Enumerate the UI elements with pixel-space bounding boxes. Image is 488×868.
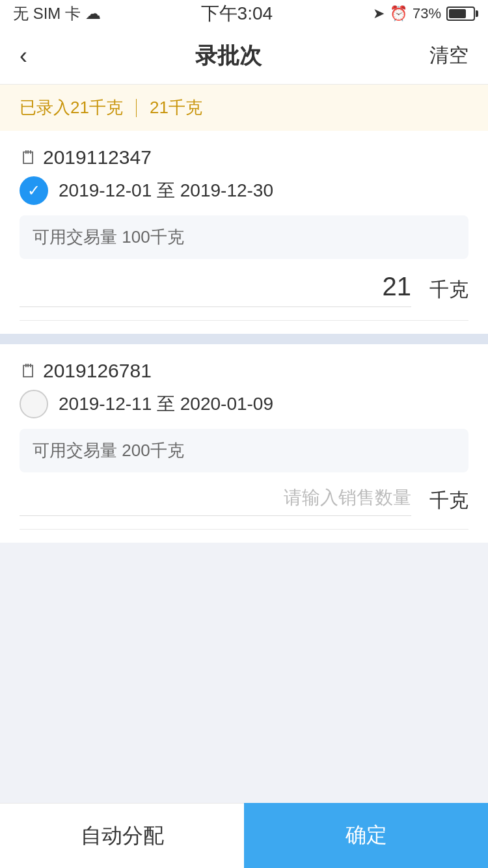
batch-id-2: 2019126781 [43, 360, 152, 382]
quantity-unit-1: 千克 [429, 277, 468, 303]
batch-date-row-2[interactable]: 2019-12-11 至 2020-01-09 [20, 390, 468, 418]
quantity-input-2[interactable]: 请输入销售数量 [20, 485, 411, 516]
check-icon-1: ✓ [27, 182, 40, 200]
batch-available-1: 可用交易量 100千克 [20, 215, 468, 259]
section-divider [0, 334, 488, 344]
location-icon: ➤ [373, 5, 385, 22]
batch-item-1: 🗒 2019112347 ✓ 2019-12-01 至 2019-12-30 可… [0, 131, 488, 334]
confirm-label: 确定 [346, 821, 387, 850]
quantity-input-1[interactable]: 21 [20, 272, 411, 307]
batch-item-2: 🗒 2019126781 2019-12-11 至 2020-01-09 可用交… [0, 344, 488, 543]
batch-id-row-1: 🗒 2019112347 [20, 146, 468, 169]
summary-divider [136, 99, 137, 117]
status-left: 无 SIM 卡 ☁ [13, 3, 101, 24]
quantity-value-1: 21 [383, 272, 412, 301]
summary-label: 已录入21千克 [20, 96, 123, 119]
alarm-icon: ⏰ [390, 5, 407, 22]
status-bar: 无 SIM 卡 ☁ 下午3:04 ➤ ⏰ 73% [0, 0, 488, 27]
confirm-button[interactable]: 确定 [244, 803, 488, 868]
batch-id-1: 2019112347 [43, 146, 152, 169]
quantity-unit-2: 千克 [429, 487, 468, 514]
batch-doc-icon-2: 🗒 [20, 360, 38, 382]
footer: 自动分配 确定 [0, 803, 488, 868]
batch-date-row-1[interactable]: ✓ 2019-12-01 至 2019-12-30 [20, 176, 468, 205]
clear-button[interactable]: 清空 [429, 42, 468, 69]
summary-bar: 已录入21千克 21千克 [0, 85, 488, 131]
batch-id-row-2: 🗒 2019126781 [20, 360, 468, 382]
status-right: ➤ ⏰ 73% [373, 5, 475, 22]
page-title: 录批次 [195, 41, 262, 71]
auto-distribute-label: 自动分配 [81, 822, 164, 850]
quantity-row-1: 21 千克 [0, 259, 488, 307]
batch-doc-icon-1: 🗒 [20, 147, 38, 169]
batch-available-2: 可用交易量 200千克 [20, 429, 468, 472]
back-button[interactable]: ‹ [20, 42, 27, 70]
auto-distribute-button[interactable]: 自动分配 [0, 803, 244, 868]
summary-value: 21千克 [150, 96, 202, 119]
batch-date-2: 2019-12-11 至 2020-01-09 [59, 392, 273, 416]
quantity-placeholder-2: 请输入销售数量 [284, 485, 411, 510]
sim-label: 无 SIM 卡 ☁ [13, 3, 101, 24]
quantity-row-2: 请输入销售数量 千克 [0, 472, 488, 516]
status-time: 下午3:04 [201, 1, 273, 26]
radio-button-1[interactable]: ✓ [20, 176, 48, 205]
bottom-area [0, 543, 488, 816]
battery-percent: 73% [413, 5, 441, 22]
batch-date-1: 2019-12-01 至 2019-12-30 [59, 178, 273, 203]
radio-button-2[interactable] [20, 390, 48, 418]
nav-bar: ‹ 录批次 清空 [0, 27, 488, 85]
battery-indicator [446, 7, 475, 21]
